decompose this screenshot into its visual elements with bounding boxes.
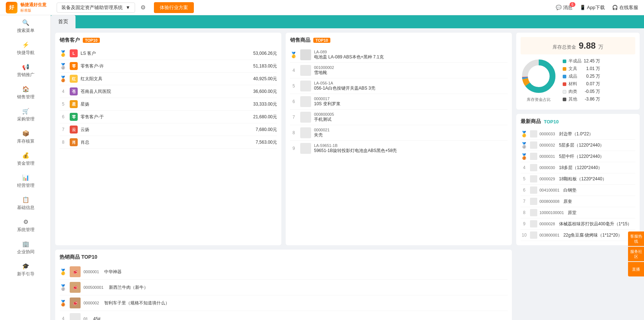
chart-icon: 📊 <box>22 174 29 181</box>
app-download-button[interactable]: 📱 App下载 <box>580 4 605 11</box>
product-thumbnail <box>300 49 311 60</box>
graduation-icon: 🎓 <box>22 262 29 270</box>
money-icon: 💰 <box>22 152 29 159</box>
legend-dot <box>563 67 566 71</box>
search-icon: 🔍 <box>22 19 29 26</box>
customer-badge: L <box>70 49 78 57</box>
list-item: 6 零 零售客户-于 21,680.00元 <box>60 111 277 123</box>
legend-item: 成品 0.25 万 <box>563 73 600 79</box>
building-icon: 🏢 <box>22 240 29 247</box>
list-item: 6 0000017 10S 变利罗浆 <box>290 94 508 110</box>
logo-icon: 好 <box>6 2 17 13</box>
hot-products-title: 热销商品 TOP10 <box>60 254 508 260</box>
product-thumbnail <box>530 209 537 216</box>
sidebar-item-guide[interactable]: 🎓 新手引导 <box>0 259 50 281</box>
page-content: 销售客户 TOP10 🥇 L LS 客户 53,006.26元 🥈 零 零售客户… <box>51 28 644 320</box>
list-item: 🥇 LA-089 电池盖 LA-089 ABS本色+黑种 7.1克 <box>290 47 508 63</box>
legend-item: 半成品 12.45 万 <box>563 58 600 64</box>
legend-dot <box>563 82 566 86</box>
hot-products-list: 🥇 🥩 0000001 中华神器 🥈 🥩 000500001 <box>60 264 508 320</box>
legend-dot <box>563 75 566 78</box>
settings-icon[interactable]: ⚙ <box>138 3 148 13</box>
messages-button[interactable]: 💬 消息 6 <box>556 4 572 11</box>
cart-icon: 🛒 <box>22 107 29 115</box>
list-item: 🥇 L LS 客户 53,006.26元 <box>60 47 277 60</box>
sidebar-item-system[interactable]: ⚙ 系统管理 <box>0 214 50 237</box>
product-thumbnail <box>300 127 311 138</box>
list-item: 4 0000030 18多层（1220*2440） <box>521 162 635 173</box>
new-products-card: 最新商品 TOP10 🥇 0000033 封边带（1.0*22） <box>516 114 640 245</box>
bronze-medal-icon: 🥉 <box>60 75 67 82</box>
sidebar-item-finance[interactable]: 💰 资金管理 <box>0 148 50 170</box>
new-products-title: 最新商品 TOP10 <box>521 118 635 125</box>
list-item: 7 000800005 手机测试 <box>290 110 508 125</box>
legend-item: 其他 -3.86 万 <box>563 96 600 102</box>
list-item: 7 云 云扬 7,680.00元 <box>60 123 277 136</box>
sidebar-item-sales[interactable]: 🏠 销售管理 <box>0 82 50 104</box>
product-thumbnail <box>300 112 311 123</box>
customer-badge: 星 <box>70 100 78 108</box>
product-thumbnail <box>530 175 537 182</box>
list-item: 6 004100001 白钢垫 <box>521 185 635 196</box>
legend-item: 材料 0.07 万 <box>563 81 600 87</box>
online-service-button[interactable]: 🎧 在线客服 <box>612 4 638 11</box>
silver-medal-icon: 🥈 <box>60 63 67 70</box>
system-selector[interactable]: 装备及固定资产辅助管理系统 ▼ <box>57 3 135 13</box>
product-thumbnail <box>300 143 311 154</box>
list-item: 8 10000100001 原堂 <box>521 207 635 218</box>
customer-badge: 云 <box>70 126 78 134</box>
product-thumbnail <box>70 313 81 320</box>
trial-button[interactable]: 体验行业方案 <box>154 2 194 13</box>
customer-service-button[interactable]: 客服热线 <box>628 231 644 246</box>
list-item: 7 000800008 原奎 <box>521 196 635 207</box>
customer-badge: 零 <box>70 62 78 70</box>
list-item: 5 星 星扬 33,333.00元 <box>60 98 277 111</box>
list-item: 4 01 45# <box>60 311 508 320</box>
list-item: 🥇 🥩 0000001 中华神器 <box>60 264 508 280</box>
list-item: 4 001000002 雪地靴 <box>290 63 508 78</box>
sidebar-item-shortcut[interactable]: ⚡ 快捷导航 <box>0 37 50 60</box>
list-item: 10 003800001 22g鱼豆腐·烧烤味（1*12*20） <box>521 230 635 241</box>
sidebar-item-marketing[interactable]: 📢 营销推广 <box>0 60 50 82</box>
list-item: 🥉 0000031 5层中纤（1220*2440） <box>521 151 635 162</box>
sidebar-item-purchase[interactable]: 🛒 采购管理 <box>0 104 50 126</box>
donut-chart-container: 库存资金占比 <box>521 58 557 102</box>
hot-products-card: 热销商品 TOP10 🥇 🥩 0000001 中华神器 🥈 <box>55 250 512 320</box>
box-icon: 📦 <box>22 130 29 137</box>
lightning-icon: ⚡ <box>22 41 29 48</box>
sidebar: 🔍 搜索菜单 ⚡ 快捷导航 📢 营销推广 🏠 销售管理 🛒 采购管理 📦 库存核… <box>0 15 51 320</box>
gear-icon: ⚙ <box>22 218 29 225</box>
top-customers-title: 销售客户 TOP10 <box>60 37 277 44</box>
sidebar-item-base[interactable]: 📋 基础信息 <box>0 192 50 214</box>
message-icon: 💬 <box>556 5 562 10</box>
tab-home[interactable]: 首页 <box>51 15 76 28</box>
legend-dot <box>563 60 566 63</box>
sidebar-item-inventory[interactable]: 📦 库存核算 <box>0 126 50 148</box>
products-scroll-list: 🥇 LA-089 电池盖 LA-089 ABS本色+黑种 7.1克 4 0010… <box>290 47 508 156</box>
product-thumbnail: 🥩 <box>70 282 81 293</box>
legend-dot <box>563 90 566 94</box>
new-products-list: 🥇 0000033 封边带（1.0*22） 🥈 <box>521 128 635 241</box>
stock-card: 库存总资金 9.88 万 <box>516 33 640 110</box>
product-thumbnail <box>300 96 311 107</box>
megaphone-icon: 📢 <box>22 63 29 70</box>
stock-total: 库存总资金 9.88 万 <box>521 37 635 54</box>
product-thumbnail <box>530 186 537 194</box>
messages-badge: 6 <box>570 2 575 7</box>
service-community-button[interactable]: 服务社区 <box>628 247 644 261</box>
customer-badge: 肖 <box>70 138 78 146</box>
tab-bar: 首页 <box>51 15 644 28</box>
list-item: 🥇 0000033 封边带（1.0*22） <box>521 128 635 140</box>
live-stream-button[interactable]: 直播 <box>628 262 644 276</box>
sidebar-item-operations[interactable]: 📊 经营管理 <box>0 170 50 192</box>
sidebar-item-search[interactable]: 🔍 搜索菜单 <box>0 15 50 37</box>
list-item: 🥈 0000032 5层多层（1220*2440） <box>521 140 635 151</box>
list-item: 9 0000028 体械荔枝味苏打饮品400毫升（1*15） <box>521 218 635 230</box>
sidebar-item-enterprise[interactable]: 🏢 企业协同 <box>0 237 50 259</box>
list-item: 9 LA-59651-1B 59651-1B旋转投影灯电池盒ABS黑色+58壳 <box>290 141 508 156</box>
house-icon: 🏠 <box>22 85 29 93</box>
phone-icon: 📱 <box>580 5 586 10</box>
header-right: 💬 消息 6 📱 App下载 🎧 在线客服 <box>556 4 638 11</box>
product-thumbnail <box>300 81 311 91</box>
product-thumbnail <box>530 220 537 227</box>
